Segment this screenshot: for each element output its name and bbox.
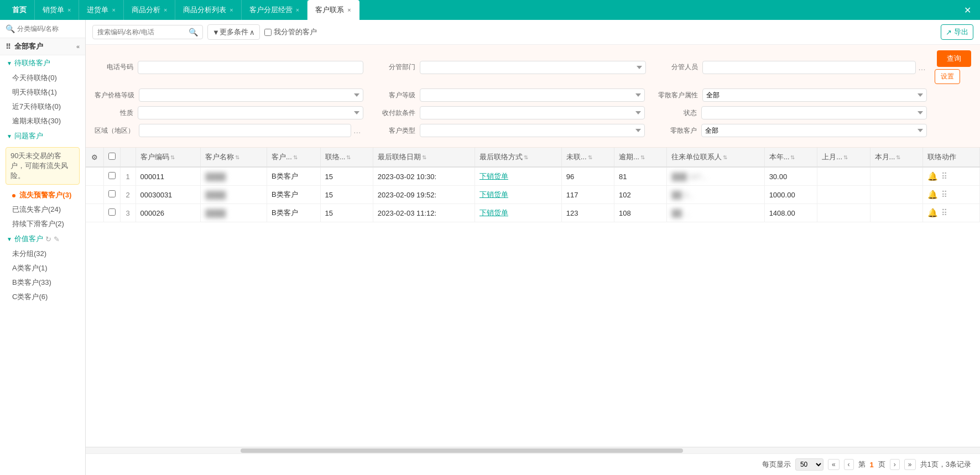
tab-sales[interactable]: 销货单 × bbox=[35, 0, 79, 20]
sidebar-item-tomorrow[interactable]: 明天待联络(1) bbox=[0, 85, 85, 100]
row-checkbox-1[interactable] bbox=[108, 190, 116, 197]
tab-customer-contact-close[interactable]: × bbox=[347, 7, 351, 13]
row-checkbox-2[interactable] bbox=[108, 208, 116, 216]
sidebar-item-declining[interactable]: 持续下滑客户(2) bbox=[0, 217, 85, 231]
col-last-way[interactable]: 最后联络方式⇅ bbox=[475, 148, 561, 167]
col-last-date[interactable]: 最后联络日期⇅ bbox=[373, 148, 475, 167]
tab-home[interactable]: 首页 bbox=[4, 0, 35, 20]
filter-price-level-select[interactable] bbox=[139, 88, 363, 102]
value-refresh-icon[interactable]: ↻ bbox=[45, 235, 51, 243]
per-page-select[interactable]: 50 100 bbox=[795, 458, 823, 471]
action-menu-icon-2[interactable]: ⠿ bbox=[941, 208, 947, 218]
my-customers-checkbox[interactable] bbox=[264, 29, 272, 36]
value-edit-icon[interactable]: ✎ bbox=[54, 235, 60, 243]
horizontal-scrollbar[interactable] bbox=[86, 447, 980, 453]
col-name[interactable]: 客户名称⇅ bbox=[201, 148, 267, 167]
last-page-button[interactable]: » bbox=[904, 459, 916, 470]
col-type[interactable]: 客户...⇅ bbox=[267, 148, 320, 167]
action-bell-icon-1[interactable]: 🔔 bbox=[927, 190, 938, 200]
query-button[interactable]: 查询 bbox=[937, 50, 971, 67]
row-this-month-0 bbox=[870, 167, 922, 186]
row-contact-0: 15 bbox=[320, 167, 373, 186]
my-customers-checkbox-label[interactable]: 我分管的客户 bbox=[264, 27, 317, 37]
tab-customer-contact[interactable]: 客户联系 × bbox=[307, 0, 359, 20]
search-input[interactable] bbox=[97, 28, 189, 36]
tab-purchase-close[interactable]: × bbox=[112, 7, 115, 13]
next-page-button[interactable]: › bbox=[890, 459, 900, 470]
col-this-year[interactable]: 本年...⇅ bbox=[764, 148, 817, 167]
sidebar-item-b-class[interactable]: B类客户(33) bbox=[0, 275, 85, 290]
sidebar-item-7days[interactable]: 近7天待联络(0) bbox=[0, 100, 85, 114]
filter-region-input[interactable] bbox=[139, 124, 351, 137]
filter-dept-select[interactable] bbox=[420, 61, 645, 74]
sidebar-item-ungrouped[interactable]: 未分组(32) bbox=[0, 247, 85, 261]
select-all-checkbox[interactable] bbox=[108, 153, 116, 160]
filter-payment-select[interactable] bbox=[420, 106, 645, 119]
pagination: 每页显示 50 100 « ‹ 第 1 页 › » 共1页，3条记录 bbox=[86, 453, 980, 475]
col-overdue[interactable]: 逾期...⇅ bbox=[614, 148, 667, 167]
filter-retail-attr-select[interactable]: 全部 bbox=[702, 88, 927, 102]
export-button[interactable]: ↗ 导出 bbox=[941, 24, 973, 40]
tab-customer-layer-close[interactable]: × bbox=[296, 7, 299, 13]
filter-retail-select[interactable]: 全部 bbox=[701, 124, 927, 137]
tab-goods-list[interactable]: 商品分析列表 × bbox=[175, 0, 241, 20]
action-menu-icon-0[interactable]: ⠿ bbox=[941, 171, 947, 181]
sidebar-item-overdue[interactable]: 逾期未联络(30) bbox=[0, 114, 85, 128]
tab-goods-analysis-close[interactable]: × bbox=[164, 7, 167, 13]
sidebar-item-today[interactable]: 今天待联络(0) bbox=[0, 71, 85, 85]
sort-icon-last-way: ⇅ bbox=[524, 154, 528, 160]
col-contact[interactable]: 联络...⇅ bbox=[320, 148, 373, 167]
action-menu-icon-1[interactable]: ⠿ bbox=[941, 190, 947, 200]
row-last-way-1[interactable]: 下销货单 bbox=[475, 186, 561, 204]
filter-person-more[interactable]: … bbox=[916, 63, 928, 72]
tab-purchase[interactable]: 进货单 × bbox=[79, 0, 123, 20]
col-uncontacted[interactable]: 未联...⇅ bbox=[561, 148, 614, 167]
row-checkbox-0[interactable] bbox=[108, 172, 116, 179]
filter-person-input[interactable] bbox=[702, 61, 916, 74]
col-settings[interactable]: ⚙ bbox=[86, 148, 103, 167]
action-bell-icon-0[interactable]: 🔔 bbox=[927, 171, 938, 181]
filter-status-select[interactable] bbox=[701, 106, 927, 119]
tab-goods-list-close[interactable]: × bbox=[230, 7, 233, 13]
sort-icon-uncontacted: ⇅ bbox=[588, 154, 592, 160]
row-check-1[interactable] bbox=[103, 186, 120, 204]
table-row: 3 000026 ████ B类客户 15 2023-02-03 11:12: … bbox=[86, 204, 980, 222]
filter-customer-level-select[interactable] bbox=[420, 88, 645, 102]
col-code[interactable]: 客户编码⇅ bbox=[135, 148, 201, 167]
sidebar-item-a-class[interactable]: A类客户(1) bbox=[0, 261, 85, 275]
sidebar-group-value[interactable]: ▼ 价值客户 ↻ ✎ bbox=[0, 231, 85, 247]
row-check-2[interactable] bbox=[103, 204, 120, 222]
filter-customer-type-select[interactable] bbox=[420, 124, 645, 137]
window-close-button[interactable]: ✕ bbox=[960, 5, 976, 15]
search-button[interactable]: 🔍 bbox=[189, 28, 198, 36]
filter-region-more[interactable]: … bbox=[351, 126, 363, 135]
settings-button[interactable]: 设置 bbox=[935, 69, 960, 84]
row-unit-contact-2: ██ ... bbox=[667, 204, 764, 222]
sidebar-all-customers[interactable]: ⠿ 全部客户 « bbox=[0, 38, 85, 55]
sidebar-search-input[interactable] bbox=[17, 25, 80, 33]
tab-sales-close[interactable]: × bbox=[67, 7, 71, 13]
filter-nature-select[interactable] bbox=[138, 106, 363, 119]
scrollbar-thumb[interactable] bbox=[241, 448, 683, 453]
col-unit-contact[interactable]: 往来单位联系人⇅ bbox=[667, 148, 764, 167]
row-check-0[interactable] bbox=[103, 167, 120, 186]
tab-goods-analysis[interactable]: 商品分析 × bbox=[124, 0, 175, 20]
col-check[interactable] bbox=[103, 148, 120, 167]
sidebar-group-pending[interactable]: ▼ 待联络客户 bbox=[0, 55, 85, 71]
sidebar-item-churned[interactable]: 已流失客户(24) bbox=[0, 202, 85, 217]
filter-phone-input[interactable] bbox=[138, 61, 363, 74]
sidebar-item-c-class[interactable]: C类客户(6) bbox=[0, 290, 85, 304]
col-this-month[interactable]: 本月...⇅ bbox=[870, 148, 922, 167]
sidebar-group-problem[interactable]: ▼ 问题客户 bbox=[0, 128, 85, 144]
row-last-way-2[interactable]: 下销货单 bbox=[475, 204, 561, 222]
sidebar-item-churn-warning[interactable]: 流失预警客户(3) bbox=[0, 188, 85, 202]
action-bell-icon-2[interactable]: 🔔 bbox=[927, 208, 938, 218]
sidebar-search-box: 🔍 bbox=[0, 20, 85, 38]
first-page-button[interactable]: « bbox=[828, 459, 840, 470]
more-conditions-button[interactable]: ▼ 更多条件 ∧ bbox=[207, 24, 260, 40]
row-last-way-0[interactable]: 下销货单 bbox=[475, 167, 561, 186]
filter-phone-label: 电话号码 bbox=[95, 62, 133, 72]
prev-page-button[interactable]: ‹ bbox=[844, 459, 854, 470]
col-last-month[interactable]: 上月...⇅ bbox=[817, 148, 870, 167]
tab-customer-layer[interactable]: 客户分层经营 × bbox=[242, 0, 307, 20]
